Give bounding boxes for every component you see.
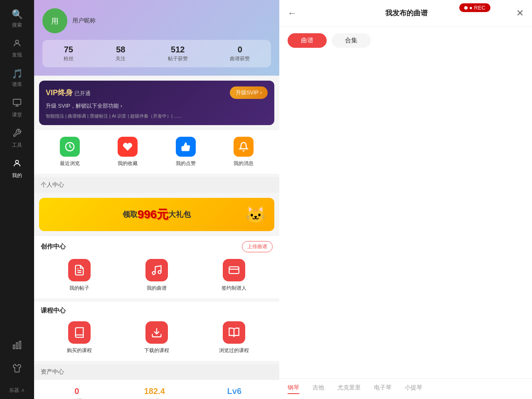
- instrument-tabs: 钢琴 吉他 尤克里里 电子琴 小提琴: [279, 378, 532, 399]
- course-grid: 购买的课程 下载的课程 浏览过的课程: [34, 318, 279, 361]
- stat-following-number: 58: [116, 45, 125, 54]
- avatar: 用: [42, 8, 67, 33]
- stat-fans-label: 粉丝: [64, 55, 74, 62]
- course-item-browsed[interactable]: 浏览过的课程: [195, 321, 273, 354]
- chart-icon: [12, 340, 22, 352]
- vip-upgrade-text: 升级 SVIP，解锁以下全部功能 ›: [46, 103, 122, 109]
- banner-prefix: 领取: [123, 209, 138, 219]
- asset-level-value: Lv6: [227, 387, 241, 396]
- vip-top-row: VIP终身 已开通 升级SVIP ›: [46, 86, 268, 99]
- sidebar-item-mine[interactable]: 我的: [0, 154, 34, 184]
- banner-amount: 996元: [138, 207, 169, 222]
- vip-upgrade-row[interactable]: 升级 SVIP，解锁以下全部功能 ›: [46, 102, 268, 110]
- favorites-icon: [118, 137, 138, 157]
- upload-score-button[interactable]: 上传曲谱: [242, 241, 273, 252]
- classroom-icon: [12, 98, 22, 110]
- close-button[interactable]: ✕: [516, 8, 524, 19]
- course-center-header: 课程中心: [34, 302, 279, 318]
- creation-item-scores[interactable]: 我的曲谱: [118, 259, 195, 292]
- sidebar-item-discover[interactable]: 发现: [0, 34, 34, 64]
- recording-indicator: ● REC: [459, 3, 490, 12]
- course-label-purchased: 购买的课程: [67, 347, 92, 354]
- sidebar-label-tools: 工具: [12, 142, 22, 149]
- creation-grid: 我的帖子 我的曲谱 签约制谱人: [34, 256, 279, 298]
- right-panel-title: 我发布的曲谱: [385, 8, 428, 18]
- stat-post-likes[interactable]: 512 帖子获赞: [168, 45, 188, 62]
- stat-score-likes[interactable]: 0 曲谱获赞: [230, 45, 250, 62]
- svg-rect-1: [13, 99, 21, 105]
- quick-action-recent[interactable]: 最近浏览: [60, 137, 80, 167]
- profile-header: 用 用户昵称 75 粉丝 58 关注 512 帖子获赞: [34, 0, 279, 76]
- asset-item-voucher[interactable]: 0 券手: [72, 387, 82, 399]
- sidebar-label-classroom: 课堂: [12, 111, 22, 118]
- rec-dot: [464, 6, 468, 10]
- vip-title: VIP终身: [46, 89, 73, 97]
- quick-action-likes[interactable]: 我的点赞: [176, 137, 196, 167]
- svg-text:用: 用: [51, 17, 59, 25]
- stat-fans[interactable]: 75 粉丝: [64, 45, 74, 62]
- sidebar-item-scores[interactable]: 🎵 谱库: [0, 64, 34, 93]
- inst-tab-piano[interactable]: 钢琴: [288, 384, 299, 394]
- creation-item-posts[interactable]: 我的帖子: [41, 259, 118, 292]
- purchased-course-icon: [68, 321, 91, 344]
- profile-name: 用户昵称: [72, 17, 96, 25]
- personal-center-section: 个人中心: [34, 177, 279, 193]
- sidebar-item-outfit[interactable]: [0, 359, 34, 382]
- sidebar-item-classroom[interactable]: 课堂: [0, 93, 34, 123]
- right-panel: ← 我发布的曲谱 ✕ 曲谱 合集 钢琴 吉他 尤克里里 电子琴 小提琴: [279, 0, 532, 399]
- asset-item-coins[interactable]: 182.4 募贝: [144, 387, 165, 399]
- scores-icon: 🎵: [12, 69, 23, 79]
- inst-tab-violin[interactable]: 小提琴: [405, 384, 422, 394]
- inst-tab-electronic-piano[interactable]: 电子琴: [374, 384, 392, 394]
- svg-rect-13: [229, 267, 239, 273]
- svip-upgrade-button[interactable]: 升级SVIP ›: [230, 86, 268, 99]
- stat-post-likes-number: 512: [171, 45, 185, 54]
- course-item-downloaded[interactable]: 下载的课程: [118, 321, 195, 354]
- inst-tab-guitar[interactable]: 吉他: [313, 384, 324, 394]
- inst-tab-ukulele[interactable]: 尤克里里: [337, 384, 361, 394]
- tab-collections[interactable]: 合集: [332, 33, 371, 48]
- creation-center-title: 创作中心: [41, 243, 66, 251]
- stats-row: 75 粉丝 58 关注 512 帖子获赞 0 曲谱获赞: [42, 40, 271, 67]
- sidebar-item-search[interactable]: 🔍 搜索: [0, 4, 34, 34]
- sidebar-item-instrument[interactable]: 乐器 ∧: [0, 382, 34, 399]
- main-panel: 用 用户昵称 75 粉丝 58 关注 512 帖子获赞: [34, 0, 279, 399]
- right-content-area: [279, 54, 532, 378]
- quick-action-favorites[interactable]: 我的收藏: [118, 137, 138, 167]
- vip-banner: VIP终身 已开通 升级SVIP › 升级 SVIP，解锁以下全部功能 › 智能…: [39, 81, 274, 125]
- svg-point-0: [15, 40, 18, 43]
- browsed-course-icon: [223, 321, 245, 344]
- vip-subtitle: 已开通: [74, 90, 91, 96]
- quick-actions: 最近浏览 我的收藏 我的点赞 我的消息: [34, 130, 279, 174]
- vip-features: 智能指法 | 曲谱移调 | 黑键标注 | AI 识音 | 超级伴奏（开发中）| …: [46, 113, 268, 119]
- back-button[interactable]: ←: [288, 8, 297, 19]
- banner-996[interactable]: 领取 996元 大礼包 🐱: [39, 198, 274, 231]
- stat-following-label: 关注: [116, 55, 126, 62]
- profile-top: 用 用户昵称: [42, 8, 271, 33]
- asset-item-level[interactable]: Lv6 等级: [227, 387, 241, 399]
- stat-following[interactable]: 58 关注: [116, 45, 126, 62]
- favorites-label: 我的收藏: [118, 160, 138, 167]
- sidebar-label-scores: 谱库: [12, 81, 22, 88]
- creation-label-contract: 签约制谱人: [222, 285, 246, 292]
- stat-score-likes-number: 0: [238, 45, 242, 54]
- likes-icon: [176, 137, 196, 157]
- sidebar-label-mine: 我的: [12, 172, 22, 179]
- course-item-purchased[interactable]: 购买的课程: [41, 321, 118, 354]
- svg-rect-4: [16, 343, 18, 349]
- stat-score-likes-label: 曲谱获赞: [230, 55, 250, 62]
- tab-scores[interactable]: 曲谱: [288, 33, 327, 48]
- quick-action-messages[interactable]: 我的消息: [234, 137, 254, 167]
- sidebar-item-chart[interactable]: [0, 335, 34, 359]
- outfit-icon: [12, 364, 22, 375]
- asset-row: 0 券手 182.4 募贝 Lv6 等级: [34, 380, 279, 399]
- downloaded-course-icon: [145, 321, 168, 344]
- creation-item-contract[interactable]: 签约制谱人: [195, 259, 273, 292]
- sidebar-label-discover: 发现: [12, 52, 22, 59]
- sidebar-item-tools[interactable]: 工具: [0, 123, 34, 154]
- stat-post-likes-label: 帖子获赞: [168, 55, 188, 62]
- sidebar-label-instrument: 乐器 ∧: [9, 387, 25, 394]
- vip-title-area: VIP终身 已开通: [46, 88, 91, 98]
- scores-creation-icon: [145, 259, 168, 281]
- messages-label: 我的消息: [234, 160, 254, 167]
